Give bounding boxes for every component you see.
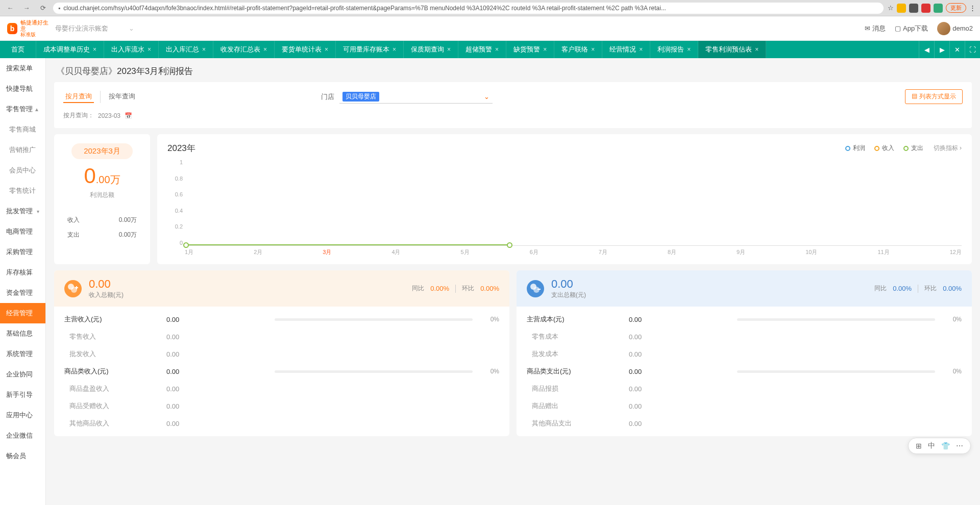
close-icon[interactable]: × <box>263 46 267 53</box>
trend-chart-card: 2023年 利润收入支出 切换指标 › 10.80.60.40.20 1月2月3… <box>157 134 972 264</box>
reload-button[interactable]: ⟳ <box>37 2 49 14</box>
store-label: 门店 <box>321 92 334 102</box>
legend-item[interactable]: 利润 <box>845 144 865 153</box>
income-icon <box>64 280 82 297</box>
app-download-link[interactable]: ▢App下载 <box>895 24 928 33</box>
close-icon[interactable]: × <box>639 46 643 53</box>
sidebar-item[interactable]: 会员中心 <box>0 160 45 181</box>
data-row: 商品类支出(元)0.000% <box>527 363 962 380</box>
ime-lang[interactable]: 中 <box>928 441 935 450</box>
close-icon[interactable]: × <box>93 46 96 53</box>
list-icon: ▤ <box>912 92 917 101</box>
chart-legend: 利润收入支出 <box>845 144 923 153</box>
income-yoy: 0.00% <box>430 285 449 292</box>
close-icon[interactable]: × <box>148 46 151 53</box>
sidebar-item[interactable]: 新手引导 <box>0 385 45 405</box>
tab-item[interactable]: 经营情况× <box>602 41 650 58</box>
tab-item[interactable]: 可用量库存账本× <box>336 41 404 58</box>
back-button[interactable]: ← <box>4 2 16 14</box>
tab-item[interactable]: 出入库流水× <box>104 41 159 58</box>
store-input[interactable]: 贝贝母婴店 ⌄ <box>339 90 493 104</box>
logo-icon: b <box>7 23 17 34</box>
account-set-selector[interactable]: 母婴行业演示账套 <box>51 22 138 35</box>
tab-item[interactable]: 出入库汇总× <box>159 41 213 58</box>
sidebar-item[interactable]: 电商管理 <box>0 221 45 242</box>
ime-more-icon[interactable]: ⋯ <box>956 442 963 450</box>
close-icon[interactable]: × <box>755 46 758 53</box>
close-icon[interactable]: × <box>325 46 328 53</box>
sidebar-item[interactable]: 营销推广 <box>0 140 45 160</box>
sidebar-item[interactable]: 库存核算 <box>0 262 45 283</box>
close-icon[interactable]: × <box>202 46 206 53</box>
expense-panel-head: 0.00 支出总额(元) 同比 0.00% 环比 0.00% <box>517 270 972 307</box>
query-label: 按月查询： <box>63 111 94 120</box>
close-icon[interactable]: × <box>543 46 547 53</box>
avatar <box>937 22 950 35</box>
query-row: 按月查询： 2023-03 📅 <box>63 111 963 120</box>
sidebar-item[interactable]: 应用中心 <box>0 405 45 425</box>
sidebar-item[interactable]: 企业微信 <box>0 425 45 446</box>
tab-item[interactable]: 超储预警× <box>458 41 506 58</box>
tab-item[interactable]: 保质期查询× <box>404 41 458 58</box>
data-row: 商品受赠收入0.00 <box>64 397 499 415</box>
user-menu[interactable]: demo2 <box>937 22 973 35</box>
sidebar-item[interactable]: 零售管理▲ <box>0 99 45 119</box>
legend-item[interactable]: 收入 <box>874 144 894 153</box>
profit-total-label: 利润总额 <box>60 191 144 199</box>
brand-logo[interactable]: b 畅捷通好生意 标准版 <box>7 19 51 37</box>
tab-item[interactable]: 利润报告× <box>650 41 698 58</box>
close-icon[interactable]: × <box>687 46 691 53</box>
messages-link[interactable]: ✉消息 <box>865 24 886 33</box>
sidebar-item[interactable]: 资金管理 <box>0 283 45 303</box>
tab-item[interactable]: 收发存汇总表× <box>213 41 275 58</box>
close-icon[interactable]: × <box>591 46 595 53</box>
tab-home[interactable]: 首页 <box>0 41 36 58</box>
close-icon[interactable]: × <box>447 46 451 53</box>
sidebar-item[interactable]: 经营管理 <box>0 303 45 323</box>
tab-scroll-right[interactable]: ▶ <box>934 41 949 58</box>
sidebar-item[interactable]: 快捷导航 <box>0 79 45 99</box>
close-icon[interactable]: × <box>495 46 499 53</box>
sidebar-item[interactable]: 搜索菜单 <box>0 58 45 79</box>
tab-item[interactable]: 客户联络× <box>554 41 602 58</box>
ime-menu-icon[interactable]: ⊞ <box>916 442 922 450</box>
list-view-button[interactable]: ▤ 列表方式显示 <box>905 89 963 104</box>
tab-by-month[interactable]: 按月查询 <box>63 91 94 103</box>
income-mom: 0.00% <box>480 285 499 292</box>
store-selector: 门店 贝贝母婴店 ⌄ <box>321 90 493 104</box>
tab-by-year[interactable]: 按年查询 <box>107 91 137 103</box>
tab-item[interactable]: 成本调整单历史× <box>36 41 104 58</box>
ext-icon-2[interactable] <box>909 4 918 13</box>
sidebar-item[interactable]: 批发管理▾ <box>0 201 45 221</box>
star-icon[interactable]: ☆ <box>888 4 894 12</box>
ime-toolbar[interactable]: ⊞ 中 👕 ⋯ <box>908 438 971 454</box>
close-icon[interactable]: × <box>393 46 396 53</box>
url-bar[interactable]: ▪ cloud.chanjet.com/hsy/u40of74daqxn/fof… <box>53 3 884 14</box>
tab-item[interactable]: 缺货预警× <box>506 41 554 58</box>
ext-icon-3[interactable] <box>921 4 930 13</box>
sidebar-item[interactable]: 采购管理 <box>0 242 45 262</box>
calendar-icon[interactable]: 📅 <box>125 112 132 119</box>
ext-icon-4[interactable] <box>934 4 943 13</box>
tab-item[interactable]: 零售利润预估表× <box>698 41 766 58</box>
switch-indicator[interactable]: 切换指标 › <box>934 144 962 153</box>
progress-bar <box>275 370 473 373</box>
sidebar-item[interactable]: 零售商城 <box>0 119 45 140</box>
menu-icon[interactable]: ⋮ <box>969 4 976 12</box>
sidebar-item[interactable]: 企业协同 <box>0 364 45 385</box>
legend-item[interactable]: 支出 <box>903 144 923 153</box>
tab-fullscreen[interactable]: ⛶ <box>965 41 980 58</box>
sidebar-item[interactable]: 畅会员 <box>0 446 45 466</box>
tab-scroll-left[interactable]: ◀ <box>919 41 934 58</box>
update-badge[interactable]: 更新 <box>946 3 966 13</box>
tab-item[interactable]: 要货单统计表× <box>275 41 336 58</box>
forward-button[interactable]: → <box>20 2 33 14</box>
ime-shirt-icon[interactable]: 👕 <box>941 442 950 450</box>
sidebar-item[interactable]: 系统管理 <box>0 344 45 364</box>
expense-icon <box>527 280 544 297</box>
data-row: 批发成本0.00 <box>527 345 962 363</box>
sidebar-item[interactable]: 零售统计 <box>0 181 45 201</box>
sidebar-item[interactable]: 基础信息 <box>0 323 45 344</box>
ext-icon-1[interactable] <box>897 4 906 13</box>
tab-close-all[interactable]: ✕ <box>949 41 965 58</box>
